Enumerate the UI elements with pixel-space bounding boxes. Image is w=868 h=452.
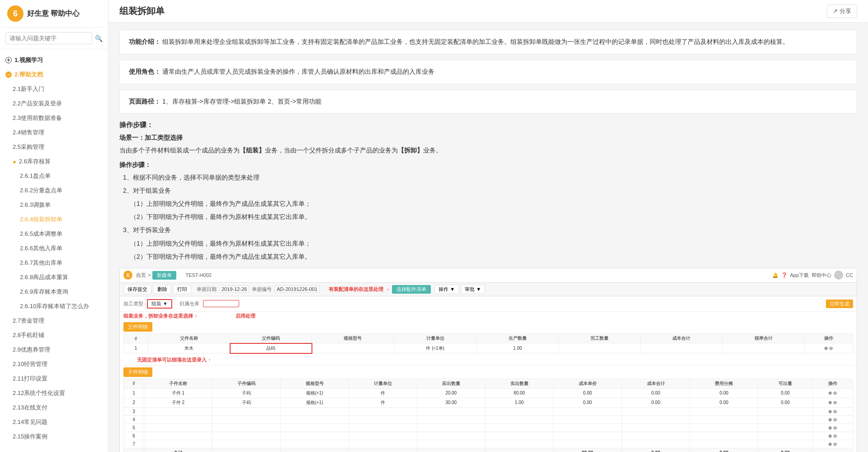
ss-avatar	[834, 271, 843, 280]
sidebar-item-2-14[interactable]: 2.14常见问题	[0, 415, 108, 429]
ss-cth-9: 成本合计	[622, 379, 690, 388]
step-2-2: （2）下部明细为子件明细，最终作为原材料生成某其它出库单。	[119, 211, 857, 223]
step-1: 1、根据不同的业务，选择不同单据的类型来处理	[119, 172, 857, 183]
sidebar-header: 6 好生意 帮助中心	[0, 0, 108, 28]
logo-icon: 6	[7, 5, 24, 22]
ss-btn-configure[interactable]: 选择配件清单	[392, 285, 431, 294]
ss-btn-print[interactable]: 打印	[173, 285, 191, 294]
ss-btn-audit[interactable]: 审批 ▼	[461, 285, 485, 294]
nav-tree: + 1.视频学习 − 2.帮助文档 2.1新手入门 2.2产品安装及登录 2.3…	[0, 49, 108, 452]
ss-th-4: 规格型号	[312, 333, 394, 343]
ss-annotation4-row: 无固定清单可以细项在这里录入 ↑	[120, 356, 857, 365]
sidebar-item-2-4[interactable]: 2.4销售管理	[0, 125, 108, 140]
ss-cth-7: 实出数量	[485, 379, 553, 388]
role-text: 通常由生产人员或库管人员完成拆装业务的操作，库管人员确认原材料的出库和产成品的入…	[162, 68, 434, 75]
sidebar-item-2-8[interactable]: 2.8手机旺铺	[0, 328, 108, 343]
sidebar-item-2-13[interactable]: 2.13在线支付	[0, 400, 108, 415]
sidebar-item-2-6-4[interactable]: 2.6.4组装拆卸单	[0, 212, 108, 227]
sidebar-item-2-6-1[interactable]: 2.6.1盘点单	[0, 169, 108, 183]
ss-th-10: 操作	[804, 333, 853, 343]
share-icon: ↗	[833, 8, 838, 14]
ss-annotation2-arrow: ↑	[195, 313, 198, 319]
plus-icon: +	[5, 57, 12, 63]
sidebar-item-2-6-9[interactable]: 2.6.9库存账本查询	[0, 285, 108, 299]
path-label: 页面路径：	[129, 98, 160, 105]
ss-btn-delete[interactable]: 删除	[153, 285, 171, 294]
ss-btn-save[interactable]: 保存提交	[123, 285, 151, 294]
ss-id: TEST-H002	[185, 272, 211, 278]
sidebar-item-video[interactable]: + 1.视频学习	[0, 53, 108, 67]
ss-th-5: 计量单位	[394, 333, 476, 343]
sidebar-item-2-6-2[interactable]: 2.6.2分量盘点单	[0, 183, 108, 198]
sidebar-item-2-6-5[interactable]: 2.6.5成本调整单	[0, 227, 108, 241]
ss-th-6: 生产数量	[476, 333, 558, 343]
table-row: 2 子件 2 子码 规格(+1) 件 30.00 1.00 0.00 0.00 …	[124, 398, 853, 407]
path-text: 1、库存核算->库存管理->组装拆卸单 2、首页->常用功能	[162, 98, 321, 105]
table-row: 7⊕ ⊖	[124, 440, 853, 448]
sidebar-item-2-3[interactable]: 2.3使用前数据准备	[0, 111, 108, 125]
intro-text: 组装拆卸单用来处理企业组装或拆卸等加工业务，支持有固定装配清单的产品加工业务，也…	[162, 38, 789, 45]
ss-cth-10: 费用分摊	[690, 379, 758, 388]
ss-code-label: 单据编号	[252, 286, 272, 293]
ss-th-9: 税率合计	[722, 333, 804, 343]
ss-text-apptrail: App下载	[790, 272, 809, 279]
step-3: 3、对于拆装业务	[119, 224, 857, 236]
ss-location-label: 归属仓库	[179, 300, 199, 307]
sidebar-item-2-6-7[interactable]: 2.6.7其他出库单	[0, 256, 108, 270]
ss-form-fields: 单据日期 2019-12-26 单据编号 AD-20191226-001	[197, 285, 320, 293]
ss-icon-bell: 🔔	[772, 272, 778, 278]
table-row: 5⊕ ⊖	[124, 423, 853, 432]
table-row: 3⊕ ⊖	[124, 407, 853, 415]
ss-annotation2-row: 组装业务，拆卸业务在这里选择 ↑ 启用处理	[120, 312, 857, 320]
sidebar-item-2-6[interactable]: ● 2.6库存核算	[0, 154, 108, 169]
ss-topbar: 6 自页 > 新建单 TEST-H002 🔔 ❓ App下载 帮助中心 CC	[120, 268, 857, 283]
ss-parent-table-wrap: # 父件名称 父件编码 规格型号 计量单位 生产数量 完工数量 成本合计 税率合…	[120, 333, 857, 356]
sidebar-item-2-5[interactable]: 2.5采购管理	[0, 140, 108, 154]
ss-cth-6: 应出数量	[417, 379, 485, 388]
ss-child-header: 子件明细	[120, 365, 857, 379]
ss-nav-home: 自页	[136, 272, 146, 279]
ss-btn-generate[interactable]: 立即生成	[826, 300, 853, 308]
ss-parent-table: # 父件名称 父件编码 规格型号 计量单位 生产数量 完工数量 成本合计 税率合…	[123, 333, 853, 354]
search-input[interactable]	[5, 32, 92, 44]
minus-icon: −	[5, 71, 12, 78]
ss-breadcrumb: 自页 > 新建单	[136, 271, 176, 280]
sidebar-item-2-1[interactable]: 2.1新手入门	[0, 82, 108, 96]
sidebar-item-2-6-10[interactable]: 2.6.10库存账本错了怎么办	[0, 299, 108, 314]
step-3-1: （1）上部明细为父件明细，最终作为原材料生成某其它出库单；	[119, 238, 857, 249]
ss-parent-code-cell: 品码	[230, 343, 312, 353]
ss-cth-3: 子件编码	[212, 379, 280, 388]
role-label: 使用角色：	[129, 68, 160, 75]
sidebar-item-2-11[interactable]: 2.11打印设置	[0, 371, 108, 386]
step-2-1: （1）上部明细为父件明细，最终作为产成品生成某其它入库单；	[119, 198, 857, 209]
sidebar-item-2-7[interactable]: 2.7资金管理	[0, 314, 108, 328]
ss-topbar-right: 🔔 ❓ App下载 帮助中心 CC	[772, 271, 853, 280]
ss-th-1: #	[124, 333, 148, 343]
sidebar-item-2-6-6[interactable]: 2.6.6其他入库单	[0, 241, 108, 256]
ss-annotation1-arrow: →	[385, 286, 390, 292]
sidebar-item-2-15[interactable]: 2.15操作案例	[0, 429, 108, 444]
sidebar-item-2-6-3[interactable]: 2.6.3调拨单	[0, 198, 108, 212]
steps-title: 操作步骤：	[119, 121, 857, 129]
ss-toolbar: 保存提交 删除 打印 单据日期 2019-12-26 单据编号 AD-20191…	[120, 283, 857, 296]
ss-form-row: 加工类型 组装 ▼ 归属仓库 立即生成	[120, 296, 857, 312]
step-2: 2、对于组装业务	[119, 185, 857, 196]
ss-child-table: # 子件名称 子件编码 规格型号 计量单位 应出数量 实出数量 成本单价 成本合…	[123, 379, 853, 452]
sidebar-item-2-10[interactable]: 2.10经营管理	[0, 357, 108, 371]
ss-child-label: 子件明细	[123, 367, 152, 377]
sidebar-item-2-6-8[interactable]: 2.6.8商品成本重算	[0, 270, 108, 285]
ss-location-input[interactable]	[203, 300, 239, 307]
sidebar-item-2-9[interactable]: 2.9优惠券管理	[0, 343, 108, 357]
ss-cth-8: 成本单价	[553, 379, 622, 388]
table-row: 4⊕ ⊖	[124, 415, 853, 423]
ss-btn-action[interactable]: 操作 ▼	[434, 285, 459, 294]
sidebar-item-help[interactable]: − 2.帮助文档	[0, 67, 108, 82]
screenshot-wrapper: 6 自页 > 新建单 TEST-H002 🔔 ❓ App下载 帮助中心 CC	[119, 268, 857, 452]
ss-annotation1-area: 有装配清单的在这里处理 → 选择配件清单	[329, 285, 431, 294]
page-title: 组装拆卸单	[119, 5, 165, 17]
search-icon[interactable]: 🔍	[95, 35, 103, 42]
share-button[interactable]: ↗ 分享	[827, 5, 857, 18]
ss-type-value[interactable]: 组装 ▼	[147, 299, 172, 309]
sidebar-item-2-2[interactable]: 2.2产品安装及登录	[0, 96, 108, 111]
sidebar-item-2-12[interactable]: 2.12系统个性化设置	[0, 386, 108, 400]
